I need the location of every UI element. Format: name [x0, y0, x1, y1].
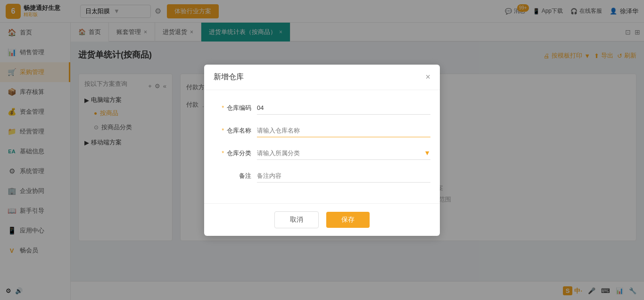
category-chevron-icon[interactable]: ▼ — [424, 149, 430, 157]
category-label: * 仓库分类 — [214, 149, 251, 158]
modal-overlay: 新增仓库 × * 仓库编码 * 仓库名称 — [0, 0, 644, 260]
category-input[interactable] — [257, 147, 424, 159]
category-select-wrapper: ▼ — [257, 147, 430, 160]
form-row-name: * 仓库名称 — [214, 124, 430, 137]
required-star-code: * — [222, 104, 224, 111]
modal-header: 新增仓库 × — [204, 65, 440, 90]
add-warehouse-modal: 新增仓库 × * 仓库编码 * 仓库名称 — [204, 65, 440, 236]
remark-label: 备注 — [214, 172, 251, 180]
modal-footer: 取消 保存 — [204, 203, 440, 236]
required-star-name: * — [222, 127, 224, 134]
code-input[interactable] — [257, 101, 430, 115]
modal-close-btn[interactable]: × — [425, 72, 430, 82]
required-star-category: * — [222, 150, 224, 157]
name-label: * 仓库名称 — [214, 126, 251, 135]
form-row-category: * 仓库分类 ▼ — [214, 147, 430, 160]
modal-title: 新增仓库 — [214, 72, 244, 82]
form-row-code: * 仓库编码 — [214, 101, 430, 115]
save-btn[interactable]: 保存 — [326, 212, 370, 228]
modal-body: * 仓库编码 * 仓库名称 * 仓库分类 — [204, 90, 440, 203]
form-row-remark: 备注 — [214, 169, 430, 183]
name-input[interactable] — [257, 124, 430, 137]
code-label: * 仓库编码 — [214, 104, 251, 112]
remark-input[interactable] — [257, 169, 430, 183]
cancel-btn[interactable]: 取消 — [274, 211, 319, 228]
